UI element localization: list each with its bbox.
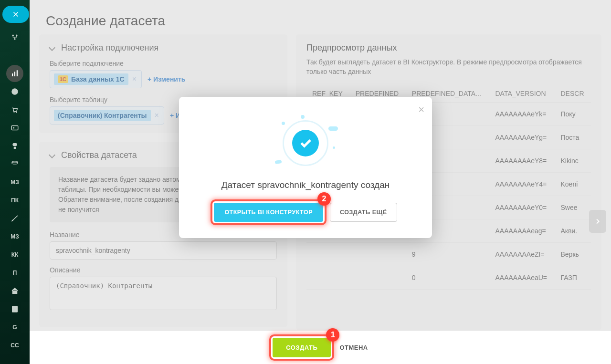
chip-remove-icon[interactable]: × (154, 111, 160, 120)
close-button[interactable] (2, 6, 29, 23)
svg-point-1 (16, 35, 17, 36)
table-cell: Koeni (555, 173, 591, 196)
cancel-button[interactable]: ОТМЕНА (339, 344, 368, 351)
nav-item[interactable] (6, 119, 23, 136)
table-cell: Акви. (555, 219, 591, 243)
open-bi-constructor-button[interactable]: ОТКРЫТЬ BI КОНСТРУКТОР (214, 203, 323, 222)
sidebar: МЗ ПК МЗ КК П G CC (0, 0, 30, 364)
dataset-name-input[interactable] (50, 241, 277, 260)
svg-rect-13 (14, 147, 16, 149)
panel-title: Настройка подключения (61, 43, 158, 53)
table-cell: AAAAAAAAeY8= (489, 149, 555, 173)
nav-item[interactable] (6, 137, 23, 155)
db-1c-icon: 1C (58, 75, 68, 83)
preview-subtitle: Так будет выглядеть датасет в BI Констру… (306, 58, 591, 85)
table-cell: ГАЗП (555, 266, 591, 290)
table-row: 9AAAAAAAAeZI=Веркь (306, 243, 591, 266)
nav-item[interactable]: П (6, 264, 23, 281)
svg-rect-5 (17, 70, 18, 76)
panel-header[interactable]: Настройка подключения (50, 43, 277, 53)
table-cell: AAAAAAAAeY0= (489, 196, 555, 219)
success-icon (272, 117, 339, 169)
col-header: DESCR (555, 85, 591, 103)
svg-point-8 (14, 112, 15, 113)
create-more-button[interactable]: СОЗДАТЬ ЕЩЁ (330, 203, 397, 222)
nav-item[interactable] (6, 156, 23, 173)
table-cell (306, 243, 350, 266)
nav-item[interactable]: МЗ (6, 174, 23, 191)
svg-rect-12 (13, 143, 17, 146)
label-connection: Выберите подключение (50, 60, 277, 67)
modal-message: Датасет spravochnik_kontragenty создан (190, 180, 421, 190)
table-cell: 9 (406, 243, 490, 266)
nav-item[interactable] (6, 210, 23, 227)
table-chip-label: (Справочник) Контрагенты (58, 112, 147, 119)
svg-point-9 (16, 112, 17, 113)
footer: СОЗДАТЬ 1 ОТМЕНА (30, 331, 611, 364)
nav-item[interactable]: CC (6, 337, 23, 354)
table-cell: Поста (555, 126, 591, 149)
table-chip[interactable]: (Справочник) Контрагенты × (50, 106, 164, 125)
chip-remove-icon[interactable]: × (131, 75, 137, 83)
table-cell: Веркь (555, 243, 591, 266)
nav-item[interactable] (6, 47, 23, 64)
svg-point-11 (13, 127, 14, 129)
connection-chip[interactable]: 1C База данных 1С × (50, 70, 142, 88)
table-cell (350, 266, 406, 290)
col-header: DATA_VERSION (489, 85, 555, 103)
table-cell (350, 243, 406, 266)
success-modal: × Датасет spravochnik_kontragenty создан… (179, 97, 432, 238)
label-description: Описание (50, 266, 277, 274)
nav-item[interactable] (6, 301, 23, 318)
panel-title: Свойства датасета (61, 150, 137, 160)
table-cell: AAAAAAAAeYg= (489, 126, 555, 149)
table-cell: AAAAAAAAeY4= (489, 173, 555, 196)
chevron-down-icon (50, 45, 55, 51)
table-cell: Поку (555, 103, 591, 126)
preview-title: Предпросмотр данных (306, 43, 591, 58)
table-cell: Swee (555, 196, 591, 219)
table-cell: AAAAAAAAeZI= (489, 243, 555, 266)
chevron-down-icon (50, 153, 55, 158)
change-connection-link[interactable]: + Изменить (146, 75, 185, 83)
connection-chip-label: База данных 1С (71, 75, 125, 83)
nav-item[interactable] (6, 83, 23, 100)
table-cell: AAAAAAAAeaU= (489, 266, 555, 290)
table-cell: 0 (406, 266, 490, 290)
svg-rect-10 (11, 126, 18, 130)
nav-item[interactable]: ПК (6, 192, 23, 209)
create-button[interactable]: СОЗДАТЬ (273, 338, 331, 357)
nav-item[interactable]: МЗ (6, 228, 23, 245)
nav-item[interactable] (6, 101, 23, 118)
table-cell: Kikinc (555, 149, 591, 173)
table-cell (306, 266, 350, 290)
svg-rect-14 (12, 306, 18, 312)
checkmark-icon (292, 130, 319, 156)
nav-item[interactable]: G (6, 319, 23, 336)
dataset-description-input[interactable] (50, 277, 277, 310)
svg-rect-3 (12, 73, 13, 76)
nav-item[interactable] (6, 282, 23, 300)
nav-item-active[interactable] (6, 65, 23, 82)
svg-rect-4 (14, 72, 15, 76)
nav-item[interactable] (6, 29, 23, 46)
svg-point-2 (14, 38, 15, 40)
table-row: 0AAAAAAAAeaU=ГАЗП (306, 266, 591, 290)
scroll-right-button[interactable] (589, 210, 606, 233)
annotation-badge-2: 2 (317, 192, 331, 206)
nav-item[interactable]: КК (6, 246, 23, 263)
table-cell: AAAAAAAAeag= (489, 219, 555, 243)
svg-point-0 (12, 35, 14, 36)
table-cell: AAAAAAAAeYk= (489, 103, 555, 126)
page-title: Создание датасета (30, 0, 611, 34)
svg-point-7 (14, 91, 16, 93)
annotation-badge-1: 1 (326, 328, 339, 342)
modal-close-button[interactable]: × (418, 104, 424, 116)
